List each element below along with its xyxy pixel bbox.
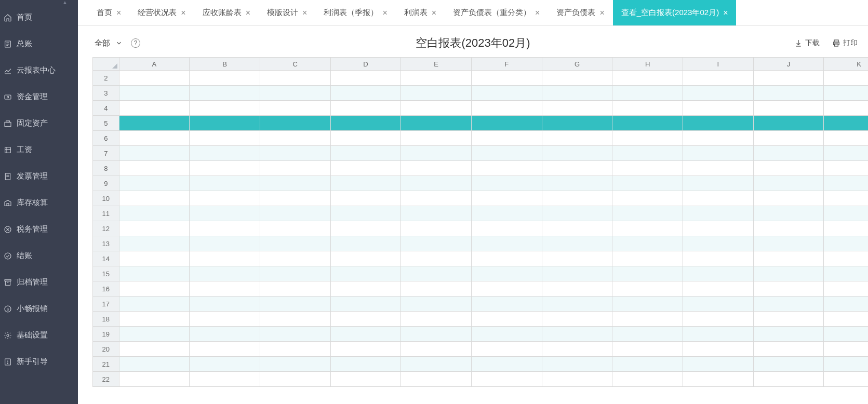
cell-F4[interactable] (471, 101, 542, 116)
close-icon[interactable]: × (723, 9, 728, 17)
cell-I13[interactable] (683, 236, 753, 251)
cell-B6[interactable] (190, 131, 260, 146)
cell-H22[interactable] (612, 372, 683, 387)
cell-A9[interactable] (119, 176, 190, 191)
cell-B10[interactable] (190, 191, 260, 206)
cell-E8[interactable] (401, 161, 472, 176)
cell-G17[interactable] (542, 297, 612, 312)
cell-K12[interactable] (824, 221, 868, 236)
cell-A22[interactable] (119, 372, 190, 387)
cell-C10[interactable] (260, 191, 330, 206)
tab-3[interactable]: 模版设计× (259, 0, 315, 25)
col-header-K[interactable]: K (824, 58, 868, 71)
sidebar-item-6[interactable]: 发票管理 (0, 163, 78, 190)
cell-G8[interactable] (542, 161, 612, 176)
cell-A4[interactable] (119, 101, 190, 116)
sidebar-item-11[interactable]: S小畅报销 (0, 295, 78, 322)
cell-F11[interactable] (471, 206, 542, 221)
cell-K10[interactable] (824, 191, 868, 206)
close-icon[interactable]: × (432, 9, 436, 17)
cell-K5[interactable] (824, 116, 868, 131)
cell-C2[interactable] (260, 71, 330, 86)
cell-G2[interactable] (542, 71, 612, 86)
row-header-7[interactable]: 7 (93, 146, 119, 161)
cell-A2[interactable] (119, 71, 190, 86)
cell-I18[interactable] (683, 312, 753, 327)
cell-E17[interactable] (401, 297, 472, 312)
cell-J8[interactable] (753, 161, 824, 176)
cell-D4[interactable] (330, 101, 401, 116)
row-header-15[interactable]: 15 (93, 266, 119, 281)
col-header-F[interactable]: F (471, 58, 542, 71)
cell-H5[interactable] (612, 116, 683, 131)
cell-F19[interactable] (471, 327, 542, 342)
cell-D8[interactable] (330, 161, 401, 176)
cell-E5[interactable] (401, 116, 472, 131)
cell-C16[interactable] (260, 281, 330, 297)
cell-F15[interactable] (471, 266, 542, 281)
cell-F7[interactable] (471, 146, 542, 161)
cell-H13[interactable] (612, 236, 683, 251)
sidebar-item-9[interactable]: 结账 (0, 243, 78, 269)
cell-K22[interactable] (824, 372, 868, 387)
cell-A10[interactable] (119, 191, 190, 206)
cell-A7[interactable] (119, 146, 190, 161)
cell-K2[interactable] (824, 71, 868, 86)
tab-6[interactable]: 资产负债表（重分类）× (445, 0, 548, 25)
row-header-21[interactable]: 21 (93, 357, 119, 372)
cell-H21[interactable] (612, 357, 683, 372)
cell-K6[interactable] (824, 131, 868, 146)
cell-I15[interactable] (683, 266, 753, 281)
cell-F14[interactable] (471, 251, 542, 266)
cell-F3[interactable] (471, 86, 542, 101)
cell-F13[interactable] (471, 236, 542, 251)
spreadsheet[interactable]: ABCDEFGHIJK 2345678910111213141516171819… (78, 57, 868, 404)
cell-D16[interactable] (330, 281, 401, 297)
sidebar-item-1[interactable]: 总账 (0, 31, 78, 57)
cell-D3[interactable] (330, 86, 401, 101)
sidebar-item-12[interactable]: 基础设置 (0, 322, 78, 348)
sidebar-item-0[interactable]: 首页 (0, 4, 78, 31)
cell-K11[interactable] (824, 206, 868, 221)
cell-G18[interactable] (542, 312, 612, 327)
cell-D9[interactable] (330, 176, 401, 191)
row-header-4[interactable]: 4 (93, 101, 119, 116)
cell-A3[interactable] (119, 86, 190, 101)
cell-J22[interactable] (753, 372, 824, 387)
cell-D19[interactable] (330, 327, 401, 342)
cell-E18[interactable] (401, 312, 472, 327)
cell-I11[interactable] (683, 206, 753, 221)
cell-D2[interactable] (330, 71, 401, 86)
cell-F12[interactable] (471, 221, 542, 236)
cell-G3[interactable] (542, 86, 612, 101)
cell-C12[interactable] (260, 221, 330, 236)
cell-G13[interactable] (542, 236, 612, 251)
cell-F22[interactable] (471, 372, 542, 387)
cell-C5[interactable] (260, 116, 330, 131)
cell-D21[interactable] (330, 357, 401, 372)
sidebar-item-3[interactable]: 资金管理 (0, 84, 78, 110)
cell-D20[interactable] (330, 342, 401, 357)
cell-H18[interactable] (612, 312, 683, 327)
cell-C17[interactable] (260, 297, 330, 312)
cell-B15[interactable] (190, 266, 260, 281)
download-button[interactable]: 下载 (794, 38, 820, 48)
cell-A14[interactable] (119, 251, 190, 266)
sidebar-item-5[interactable]: 工资 (0, 137, 78, 163)
cell-K20[interactable] (824, 342, 868, 357)
cell-I2[interactable] (683, 71, 753, 86)
cell-H10[interactable] (612, 191, 683, 206)
cell-I9[interactable] (683, 176, 753, 191)
cell-E15[interactable] (401, 266, 472, 281)
row-header-5[interactable]: 5 (93, 116, 119, 131)
cell-E12[interactable] (401, 221, 472, 236)
cell-B9[interactable] (190, 176, 260, 191)
cell-J17[interactable] (753, 297, 824, 312)
cell-D17[interactable] (330, 297, 401, 312)
row-header-18[interactable]: 18 (93, 312, 119, 327)
cell-F18[interactable] (471, 312, 542, 327)
cell-H11[interactable] (612, 206, 683, 221)
row-header-9[interactable]: 9 (93, 176, 119, 191)
col-header-I[interactable]: I (683, 58, 753, 71)
select-all-corner[interactable] (93, 58, 119, 71)
